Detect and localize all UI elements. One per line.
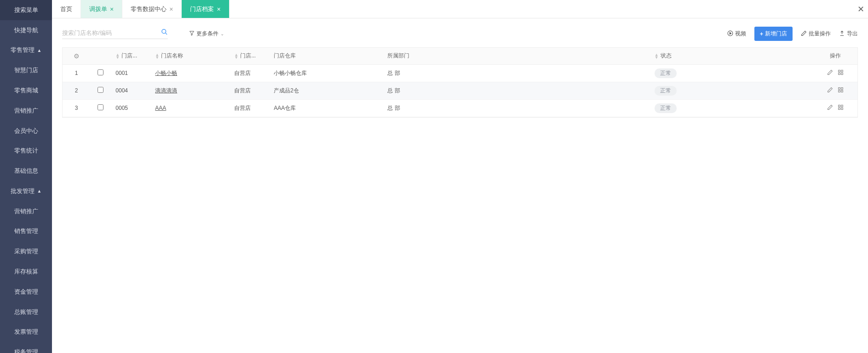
tabbar-close-button[interactable]: ✕ (857, 0, 864, 18)
cell-warehouse: 产成品2仓 (269, 82, 383, 99)
svg-rect-8 (841, 73, 843, 75)
qr-icon[interactable] (838, 69, 844, 77)
svg-point-0 (162, 29, 166, 34)
search-icon[interactable] (161, 28, 168, 37)
cell-type: 自营店 (230, 82, 269, 99)
search-input[interactable] (62, 29, 161, 36)
svg-rect-13 (838, 105, 840, 107)
edit-icon[interactable] (827, 104, 833, 112)
sidebar-item-members[interactable]: 会员中心 (0, 121, 52, 141)
status-badge: 正常 (655, 86, 677, 96)
svg-rect-9 (838, 88, 840, 90)
row-ops (817, 69, 853, 77)
close-icon[interactable]: × (110, 6, 114, 13)
gear-icon: ⚙ (74, 52, 80, 60)
svg-rect-7 (838, 73, 840, 75)
cell-type: 自营店 (230, 99, 269, 117)
chevron-down-icon: ⌄ (220, 31, 224, 36)
row-index: 2 (63, 82, 90, 99)
col-store-type[interactable]: ▲▼门店... (230, 48, 269, 64)
tabbar: 首页 调拨单× 零售数据中心× 门店档案× ✕ (52, 0, 868, 18)
edit-icon[interactable] (827, 69, 833, 77)
toolbar: 更多条件 ⌄ 视频 + 新增门店 (62, 27, 858, 41)
caret-up-icon: ▲ (37, 48, 42, 53)
table-row: 3 0005 AAA 自营店 AAA仓库 总 部 正常 (63, 99, 857, 117)
col-store-code[interactable]: ▲▼门店... (111, 48, 150, 64)
export-icon (839, 30, 845, 38)
table-header-row: ⚙ ▲▼门店... ▲▼门店名称 ▲▼门店... 门店仓库 所属部门 ▲▼状态 … (63, 48, 857, 64)
cell-code: 0004 (111, 82, 150, 99)
edit-icon (801, 30, 807, 38)
sidebar-item-ledger[interactable]: 总账管理 (0, 302, 52, 322)
row-checkbox[interactable] (98, 87, 103, 93)
svg-rect-11 (838, 91, 840, 92)
close-icon[interactable]: × (169, 6, 173, 13)
plus-icon: + (760, 31, 763, 37)
edit-icon[interactable] (827, 87, 833, 94)
store-table: ⚙ ▲▼门店... ▲▼门店名称 ▲▼门店... 门店仓库 所属部门 ▲▼状态 … (62, 47, 858, 118)
svg-marker-2 (190, 31, 194, 35)
svg-rect-15 (838, 108, 840, 110)
svg-rect-5 (838, 70, 840, 72)
svg-marker-4 (730, 32, 731, 34)
cell-department: 总 部 (383, 64, 650, 82)
row-index: 1 (63, 64, 90, 82)
svg-rect-16 (841, 108, 843, 110)
sidebar-item-funds[interactable]: 资金管理 (0, 282, 52, 302)
more-filters-button[interactable]: 更多条件 ⌄ (189, 30, 224, 38)
col-status[interactable]: ▲▼状态 (650, 48, 813, 64)
col-department: 所属部门 (383, 48, 650, 64)
add-store-button[interactable]: + 新增门店 (754, 27, 793, 41)
qr-icon[interactable] (838, 87, 844, 94)
export-button[interactable]: 导出 (839, 30, 858, 38)
store-name-link[interactable]: 滴滴滴滴 (155, 87, 177, 94)
tab-retail-data-center[interactable]: 零售数据中心× (122, 0, 182, 18)
close-icon[interactable]: × (217, 6, 220, 13)
sidebar-group-wholesale[interactable]: 批发管理▲ (0, 181, 52, 201)
sidebar-item-tax[interactable]: 税务管理 (0, 342, 52, 353)
bulk-ops-button[interactable]: 批量操作 (801, 30, 831, 38)
status-badge: 正常 (655, 68, 677, 78)
svg-rect-10 (841, 88, 843, 90)
sidebar-item-invoice[interactable]: 发票管理 (0, 322, 52, 342)
sidebar-group-retail[interactable]: 零售管理▲ (0, 40, 52, 61)
video-button[interactable]: 视频 (727, 30, 746, 38)
row-index: 3 (63, 99, 90, 117)
col-checkbox (90, 48, 111, 64)
play-circle-icon (727, 30, 733, 38)
col-ops: 操作 (813, 48, 857, 64)
tab-home[interactable]: 首页 (52, 0, 81, 18)
cell-warehouse: 小畅小畅仓库 (269, 64, 383, 82)
store-name-link[interactable]: 小畅小畅 (155, 70, 177, 76)
svg-rect-6 (841, 70, 843, 72)
sidebar: 搜索菜单 快捷导航 零售管理▲ 智慧门店 零售商城 营销推广 会员中心 零售统计… (0, 0, 52, 353)
col-settings[interactable]: ⚙ (63, 48, 90, 64)
row-ops (817, 104, 853, 112)
sidebar-item-basic-info[interactable]: 基础信息 (0, 161, 52, 181)
caret-up-icon: ▲ (37, 188, 42, 194)
sidebar-item-smart-store[interactable]: 智慧门店 (0, 60, 52, 80)
col-store-name[interactable]: ▲▼门店名称 (150, 48, 230, 64)
content: 更多条件 ⌄ 视频 + 新增门店 (52, 18, 868, 353)
sidebar-item-retail-stats[interactable]: 零售统计 (0, 141, 52, 161)
tab-transfer-order[interactable]: 调拨单× (81, 0, 122, 18)
qr-icon[interactable] (838, 104, 844, 112)
cell-type: 自营店 (230, 64, 269, 82)
store-name-link[interactable]: AAA (155, 105, 166, 111)
filter-icon (189, 30, 195, 37)
sidebar-item-search-menu[interactable]: 搜索菜单 (0, 0, 52, 20)
tab-store-archive[interactable]: 门店档案× (182, 0, 229, 18)
table-row: 2 0004 滴滴滴滴 自营店 产成品2仓 总 部 正常 (63, 82, 857, 99)
sidebar-item-sales-mgmt[interactable]: 销售管理 (0, 222, 52, 242)
sidebar-item-purchase[interactable]: 采购管理 (0, 241, 52, 262)
sidebar-item-quick-nav[interactable]: 快捷导航 (0, 20, 52, 40)
row-checkbox[interactable] (98, 69, 103, 75)
sidebar-item-retail-mall[interactable]: 零售商城 (0, 80, 52, 101)
cell-department: 总 部 (383, 82, 650, 99)
row-checkbox[interactable] (98, 104, 103, 110)
sidebar-item-marketing-1[interactable]: 营销推广 (0, 101, 52, 121)
sidebar-item-marketing-2[interactable]: 营销推广 (0, 201, 52, 222)
sidebar-item-inventory[interactable]: 库存核算 (0, 262, 52, 282)
cell-warehouse: AAA仓库 (269, 99, 383, 117)
sort-icon: ▲▼ (655, 53, 659, 59)
